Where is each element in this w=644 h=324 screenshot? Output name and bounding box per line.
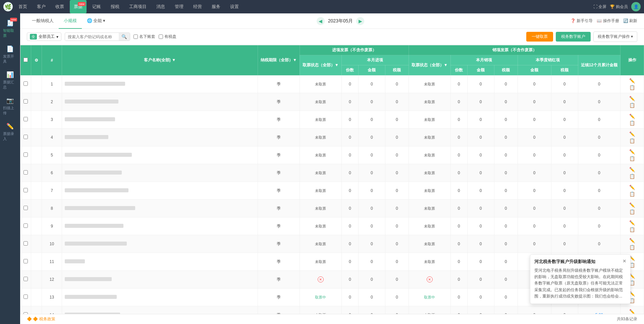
fullscreen-btn[interactable]: ⛶ 全屏 bbox=[593, 4, 606, 10]
tax-policy-link[interactable]: 🔶 🔶 税务政策 bbox=[27, 316, 55, 322]
tab-general-taxpayer[interactable]: 一般纳税人 bbox=[27, 13, 59, 29]
refresh-btn[interactable]: 🔄 刷新 bbox=[623, 18, 637, 24]
one-click-btn[interactable]: 一键取票 bbox=[526, 32, 553, 42]
row-checkbox[interactable] bbox=[23, 295, 28, 299]
row-checkbox-cell[interactable] bbox=[20, 93, 31, 111]
nav-tax[interactable]: 报税 bbox=[107, 0, 123, 13]
copy-btn[interactable]: 📋 bbox=[628, 155, 636, 162]
col-in-status-header[interactable]: 取票状态（全部）▼ bbox=[300, 55, 341, 75]
row-checkbox[interactable] bbox=[23, 188, 28, 192]
row-checkbox-cell[interactable] bbox=[20, 129, 31, 146]
row-checkbox[interactable] bbox=[23, 99, 28, 104]
nav-home[interactable]: 首页 bbox=[14, 0, 31, 13]
select-all-checkbox[interactable] bbox=[23, 58, 28, 62]
nav-invoice[interactable]: 票据 new bbox=[70, 0, 87, 13]
edit-btn[interactable]: ✏️ bbox=[628, 184, 636, 191]
edit-btn[interactable]: ✏️ bbox=[628, 308, 636, 314]
row-checkbox-cell[interactable] bbox=[20, 217, 31, 235]
row-checkbox-cell[interactable] bbox=[20, 271, 31, 288]
row-checkbox[interactable] bbox=[23, 152, 28, 157]
col-tax-period-header[interactable]: 纳税期限（全部）▼ bbox=[258, 45, 300, 75]
col-in-tax: 税额 bbox=[385, 65, 409, 75]
tab-small-scale[interactable]: 小规模 bbox=[59, 13, 82, 29]
nav-message[interactable]: 消息 bbox=[152, 0, 169, 13]
row-checkbox-cell[interactable] bbox=[20, 146, 31, 164]
nav-management[interactable]: 管理 bbox=[171, 0, 187, 13]
sidebar-item-invoice-open[interactable]: 📄 发票开具 bbox=[1, 43, 19, 67]
manual-btn[interactable]: 📖 操作手册 bbox=[597, 18, 619, 24]
row-checkbox-cell[interactable] bbox=[20, 288, 31, 306]
edit-btn[interactable]: ✏️ bbox=[628, 166, 636, 173]
copy-btn[interactable]: 📋 bbox=[628, 226, 636, 233]
row-checkbox[interactable] bbox=[23, 206, 28, 210]
new-guide-btn[interactable]: ❓ 新手引导 bbox=[571, 18, 593, 24]
copy-btn[interactable]: 📋 bbox=[628, 102, 636, 109]
copy-btn[interactable]: 📋 bbox=[628, 173, 636, 180]
next-month-button[interactable]: ▶ bbox=[356, 17, 364, 25]
user-avatar[interactable]: 👤 bbox=[631, 2, 641, 11]
tab-all[interactable]: 🌐 全能 ▾ bbox=[82, 13, 110, 29]
edit-btn[interactable]: ✏️ bbox=[628, 237, 636, 244]
sidebar-item-scan-upload[interactable]: 📷 扫描上传 bbox=[1, 94, 19, 118]
prev-month-button[interactable]: ◀ bbox=[317, 17, 325, 25]
col-out-status-header[interactable]: 取票状态（全部）▼ bbox=[409, 55, 450, 75]
col-client-name-header[interactable]: 客户名称(全部) ▼ bbox=[62, 45, 258, 75]
copy-btn[interactable]: 📋 bbox=[628, 244, 636, 251]
checkbox-taxdisk[interactable]: 有税盘 bbox=[159, 34, 176, 40]
edit-btn[interactable]: ✏️ bbox=[628, 131, 636, 137]
row-checkbox-cell[interactable] bbox=[20, 75, 31, 93]
digital-account-op-btn[interactable]: 税务数字账户操作 ▾ bbox=[593, 31, 637, 42]
row-checkbox-cell[interactable] bbox=[20, 200, 31, 217]
member-btn[interactable]: 🏆 购会员 bbox=[610, 4, 628, 10]
employee-select[interactable]: 全 全部员工 ▾ bbox=[27, 33, 61, 41]
row-checkbox-cell[interactable] bbox=[20, 235, 31, 253]
nav-operation[interactable]: 经营 bbox=[189, 0, 206, 13]
search-input[interactable] bbox=[65, 33, 119, 41]
copy-btn[interactable]: 📋 bbox=[628, 208, 636, 215]
checkbox-taxdisk-input[interactable] bbox=[159, 35, 163, 39]
row-checkbox[interactable] bbox=[23, 312, 28, 314]
edit-btn[interactable]: ✏️ bbox=[628, 202, 636, 208]
row-out-tax-cell: 0 bbox=[494, 111, 518, 129]
row-checkbox-cell[interactable] bbox=[20, 182, 31, 200]
checkbox-account-input[interactable] bbox=[133, 35, 138, 39]
row-checkbox[interactable] bbox=[23, 241, 28, 246]
edit-btn[interactable]: ✏️ bbox=[628, 113, 636, 120]
edit-btn[interactable]: ✏️ bbox=[628, 95, 636, 102]
copy-btn[interactable]: 📋 bbox=[628, 191, 636, 197]
copy-btn[interactable]: 📋 bbox=[628, 120, 636, 126]
row-in-tax-cell: 0 bbox=[385, 253, 409, 271]
row-checkbox[interactable] bbox=[23, 277, 28, 281]
nav-receipt[interactable]: 收票 bbox=[51, 0, 68, 13]
edit-btn[interactable]: ✏️ bbox=[628, 219, 636, 226]
row-checkbox[interactable] bbox=[23, 135, 28, 139]
copy-btn[interactable]: 📋 bbox=[628, 137, 636, 144]
row-checkbox[interactable] bbox=[23, 259, 28, 263]
row-checkbox[interactable] bbox=[23, 117, 28, 121]
digital-account-btn[interactable]: 税务数字账户 bbox=[556, 32, 591, 42]
nav-business[interactable]: 工商项目 bbox=[125, 0, 151, 13]
nav-service[interactable]: 服务 bbox=[208, 0, 224, 13]
nav-settings[interactable]: 设置 bbox=[226, 0, 243, 13]
row-checkbox[interactable] bbox=[23, 170, 28, 175]
search-button[interactable]: 🔍 bbox=[119, 33, 130, 41]
close-notification-btn[interactable]: ✕ bbox=[623, 259, 626, 265]
checkbox-account[interactable]: 名下账套 bbox=[133, 34, 155, 40]
cumulative-amount-link[interactable]: 5.00 bbox=[595, 313, 603, 314]
row-checkbox[interactable] bbox=[23, 223, 28, 228]
edit-btn[interactable]: ✏️ bbox=[628, 148, 636, 155]
sidebar-item-invoice-summary[interactable]: 📊 票据汇总 bbox=[1, 68, 19, 92]
col-settings-header[interactable]: ⚙ bbox=[31, 45, 42, 75]
copy-btn[interactable]: 📋 bbox=[628, 84, 636, 91]
row-in-status-cell: ✕ bbox=[300, 271, 341, 288]
row-checkbox-cell[interactable] bbox=[20, 164, 31, 182]
sidebar-item-invoice-entry[interactable]: ✏️ 票据录入 bbox=[1, 120, 19, 144]
row-checkbox-cell[interactable] bbox=[20, 111, 31, 129]
row-checkbox[interactable] bbox=[23, 81, 28, 86]
nav-bookkeeping[interactable]: 记账 bbox=[88, 0, 105, 13]
sidebar-item-smart-invoice[interactable]: 🧾 智能取票 new bbox=[1, 17, 19, 41]
row-checkbox-cell[interactable] bbox=[20, 253, 31, 271]
edit-btn[interactable]: ✏️ bbox=[628, 77, 636, 84]
nav-client[interactable]: 客户 bbox=[33, 0, 50, 13]
row-checkbox-cell[interactable] bbox=[20, 306, 31, 314]
